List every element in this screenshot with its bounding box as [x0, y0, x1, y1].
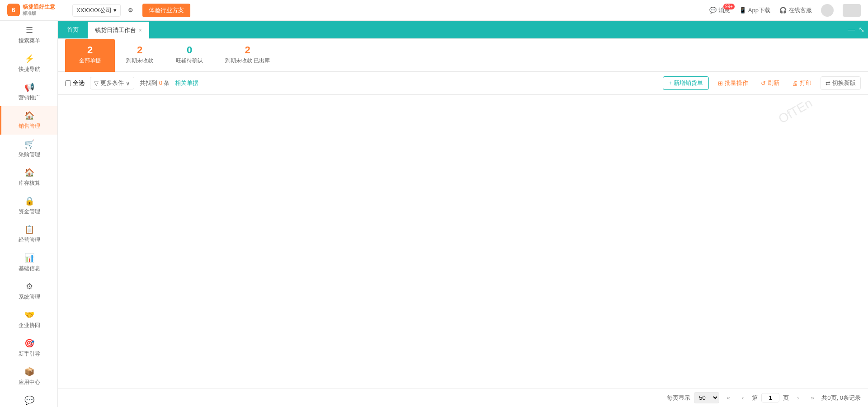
- first-page-button[interactable]: «: [723, 393, 734, 403]
- filter-button[interactable]: ▽ 更多条件 ∨: [90, 77, 134, 89]
- tab-home[interactable]: 首页: [58, 21, 88, 39]
- online-service-button[interactable]: 🎧 在线客服: [779, 6, 812, 14]
- next-page-button[interactable]: ›: [793, 393, 803, 403]
- stats-label-all: 全部单据: [79, 57, 101, 65]
- tab-close-button[interactable]: ×: [139, 27, 142, 33]
- inventory-icon: 🏠: [24, 168, 34, 178]
- app-download-button[interactable]: 📱 App下载: [739, 6, 770, 14]
- company-selector[interactable]: XXXXXX公司 ▾: [72, 4, 121, 17]
- sidebar-item-operations[interactable]: 📋 经营管理: [0, 220, 57, 248]
- stats-label-overdue-shipped: 到期未收款 已出库: [225, 57, 270, 65]
- related-records-link[interactable]: 相关单据: [175, 79, 198, 87]
- guide-icon: 🎯: [24, 338, 34, 348]
- sidebar-item-system[interactable]: ⚙ 系统管理: [0, 277, 57, 305]
- chevron-down-icon: ▾: [113, 7, 117, 14]
- marketing-icon: 📢: [24, 82, 34, 92]
- operations-icon: 📋: [24, 225, 34, 234]
- stats-tab-pending[interactable]: 0 旺辅待确认: [165, 39, 214, 71]
- tab-minimize-button[interactable]: —: [848, 26, 855, 34]
- search-menu-icon: ☰: [26, 25, 33, 35]
- settings-button[interactable]: ⚙: [124, 4, 137, 17]
- found-count: 0: [159, 80, 162, 86]
- pagination: 每页显示 50 100 200 « ‹ 第 页 › » 共0页, 0条记录: [58, 388, 868, 407]
- refresh-button[interactable]: ↺ 刷新: [757, 77, 783, 89]
- stats-num-pending: 0: [187, 44, 192, 56]
- sidebar-item-finance[interactable]: 🔒 资金管理: [0, 192, 57, 220]
- batch-icon: ⊞: [718, 80, 723, 87]
- message-badge: 99+: [723, 4, 735, 9]
- watermark: OfTEn: [776, 96, 815, 126]
- stats-tabs: 2 全部单据 2 到期未收款 0 旺辅待确认 2 到期未收款 已出库: [58, 39, 868, 72]
- avatar[interactable]: [821, 4, 834, 17]
- per-page-select[interactable]: 50 100 200: [694, 392, 719, 403]
- top-right-area: 💬 消息 99+ 📱 App下载 🎧 在线客服: [709, 4, 861, 17]
- print-icon: 🖨: [792, 80, 798, 87]
- message-icon: 💬: [709, 7, 717, 14]
- sidebar-item-app-center[interactable]: 📦 应用中心: [0, 362, 57, 391]
- main-layout: ☰ 搜索菜单 ⚡ 快捷导航 📢 营销推广 🏠 销售管理 🛒 采购管理 🏠 库存核…: [0, 21, 868, 407]
- message-button[interactable]: 💬 消息 99+: [709, 6, 730, 14]
- tab-bar-right: — ⤡: [848, 25, 868, 34]
- stats-num-all: 2: [87, 44, 93, 56]
- filter-arrow-icon: ∨: [126, 80, 130, 87]
- prev-page-button[interactable]: ‹: [737, 393, 748, 403]
- app-download-icon: 📱: [739, 7, 746, 14]
- system-icon: ⚙: [26, 281, 33, 291]
- sidebar-item-marketing[interactable]: 📢 营销推广: [0, 78, 57, 106]
- app-center-icon: 📦: [24, 367, 34, 377]
- tab-bar: 首页 钱货日清工作台 × — ⤡: [58, 21, 868, 39]
- sidebar: ☰ 搜索菜单 ⚡ 快捷导航 📢 营销推广 🏠 销售管理 🛒 采购管理 🏠 库存核…: [0, 21, 58, 407]
- refresh-icon: ↺: [761, 80, 766, 87]
- sales-icon: 🏠: [24, 111, 34, 121]
- stats-num-overdue: 2: [137, 44, 142, 56]
- logo-area: 6 畅捷通好生意 标准版: [7, 4, 65, 16]
- page-number-input[interactable]: [761, 393, 779, 402]
- sidebar-item-basic-info[interactable]: 📊 基础信息: [0, 248, 57, 277]
- switch-version-button[interactable]: ⇄ 切换新版: [821, 76, 861, 90]
- wechat-icon: 💬: [24, 395, 34, 405]
- finance-icon: 🔒: [24, 196, 34, 206]
- logo-icon: 6: [7, 4, 20, 16]
- table-area: OfTEn: [58, 95, 868, 388]
- experience-button[interactable]: 体验行业方案: [142, 4, 190, 17]
- service-icon: 🎧: [779, 7, 787, 14]
- sidebar-item-inventory[interactable]: 🏠 库存核算: [0, 163, 57, 192]
- total-records-text: 共0页, 0条记录: [821, 394, 861, 402]
- sidebar-item-quick-nav[interactable]: ⚡ 快捷导航: [0, 49, 57, 78]
- select-all-checkbox[interactable]: 全选: [65, 79, 85, 87]
- found-text: 共找到 0 条: [140, 79, 170, 87]
- tab-active[interactable]: 钱货日清工作台 ×: [88, 21, 149, 39]
- print-button[interactable]: 🖨 打印: [788, 77, 815, 89]
- sidebar-item-enterprise[interactable]: 🤝 企业协同: [0, 305, 57, 334]
- batch-operation-button[interactable]: ⊞ 批量操作: [714, 77, 752, 89]
- logo-text: 畅捷通好生意 标准版: [23, 4, 55, 16]
- basic-info-icon: 📊: [24, 253, 34, 263]
- enterprise-icon: 🤝: [24, 310, 34, 320]
- quick-nav-icon: ⚡: [24, 54, 34, 64]
- content-area: 首页 钱货日清工作台 × — ⤡ 2 全部单据 2 到期未收款: [58, 21, 868, 407]
- filter-icon: ▽: [94, 80, 99, 87]
- page-content: 2 全部单据 2 到期未收款 0 旺辅待确认 2 到期未收款 已出库: [58, 39, 868, 407]
- stats-num-overdue-shipped: 2: [245, 44, 250, 56]
- toolbar: 全选 ▽ 更多条件 ∨ 共找到 0 条 相关单据 + 新增销货单: [58, 72, 868, 95]
- stats-tab-overdue-shipped[interactable]: 2 到期未收款 已出库: [214, 39, 281, 71]
- select-all-input[interactable]: [65, 80, 71, 86]
- toolbar-left: 全选 ▽ 更多条件 ∨ 共找到 0 条 相关单据: [65, 77, 657, 89]
- sidebar-item-purchase[interactable]: 🛒 采购管理: [0, 135, 57, 163]
- sidebar-item-wechat[interactable]: 💬 企业微信: [0, 391, 57, 407]
- top-bar: 6 畅捷通好生意 标准版 XXXXXX公司 ▾ ⚙ 体验行业方案 💬 消息 99…: [0, 0, 868, 21]
- stats-tab-all[interactable]: 2 全部单据: [65, 39, 115, 72]
- stats-tab-overdue[interactable]: 2 到期未收款: [115, 39, 165, 71]
- new-sales-order-button[interactable]: + 新增销货单: [663, 76, 709, 90]
- sidebar-item-search-menu[interactable]: ☰ 搜索菜单: [0, 21, 57, 49]
- switch-icon: ⇄: [826, 80, 830, 87]
- toolbar-right: + 新增销货单 ⊞ 批量操作 ↺ 刷新 🖨 打印 ⇄: [663, 76, 861, 90]
- tab-expand-button[interactable]: ⤡: [859, 25, 864, 34]
- sidebar-item-sales[interactable]: 🏠 销售管理: [0, 106, 57, 135]
- last-page-button[interactable]: »: [807, 393, 818, 403]
- user-dropdown[interactable]: [843, 4, 861, 17]
- stats-label-pending: 旺辅待确认: [176, 57, 203, 65]
- purchase-icon: 🛒: [24, 139, 34, 149]
- sidebar-item-guide[interactable]: 🎯 新手引导: [0, 334, 57, 362]
- stats-label-overdue: 到期未收款: [126, 57, 153, 65]
